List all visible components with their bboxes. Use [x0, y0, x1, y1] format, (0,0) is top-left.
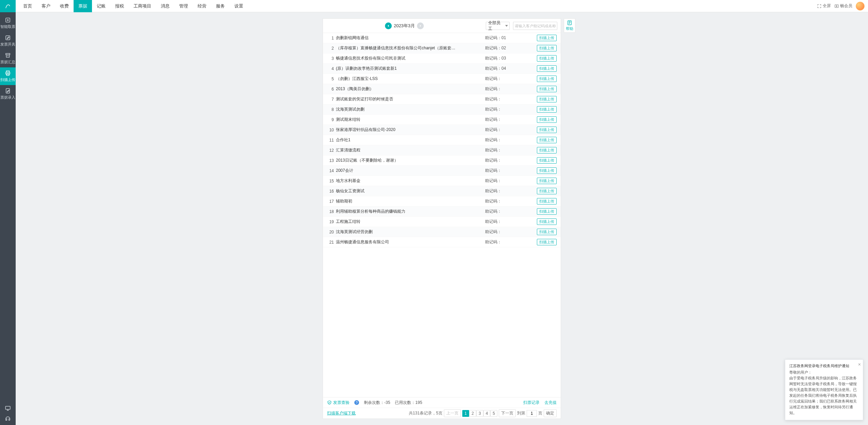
next-month-button[interactable]	[417, 22, 424, 29]
panel-footer: 发票查验 ? 剩余次数：-35 已用次数：195 扫票记录 去充值 扫描客户端下…	[323, 397, 561, 419]
download-client-link[interactable]: 扫描客户端下载	[327, 410, 356, 416]
pager-goto-suffix: 页	[538, 410, 542, 416]
row-name: 杨仙女工资测试	[336, 188, 485, 194]
scan-upload-button[interactable]: 扫描上传	[537, 208, 557, 215]
nav-item[interactable]: 首页	[18, 0, 37, 12]
table-row: 10张家港厚谊针织品有限公司-2020助记码：扫描上传	[323, 125, 561, 135]
scan-upload-button[interactable]: 扫描上传	[537, 55, 557, 62]
scan-upload-button[interactable]: 扫描上传	[537, 127, 557, 133]
row-code: 助记码：	[485, 209, 533, 214]
nav-item[interactable]: 工商项目	[129, 0, 156, 12]
scan-record-link[interactable]: 扫票记录	[523, 400, 540, 406]
nav-item[interactable]: 报税	[110, 0, 129, 12]
scan-upload-button[interactable]: 扫描上传	[537, 157, 557, 164]
sidebar-item[interactable]: 发票开具	[0, 32, 16, 50]
row-index: 20	[327, 230, 334, 234]
main-stage: 2023年3月 全部员工 1勿删新锐网络通信助记码：01扫描上传2（库存核算）直…	[16, 12, 868, 425]
invoice-check-button[interactable]: 发票查验	[327, 400, 350, 406]
avatar[interactable]	[856, 2, 865, 11]
sidebar-item[interactable]: 票据录入	[0, 85, 16, 103]
row-code: 助记码：	[485, 107, 533, 112]
row-code: 助记码：	[485, 239, 533, 245]
scan-upload-button[interactable]: 扫描上传	[537, 167, 557, 174]
row-index: 19	[327, 219, 334, 224]
scan-upload-button[interactable]: 扫描上传	[537, 45, 557, 51]
row-index: 14	[327, 168, 334, 173]
scan-upload-button[interactable]: 扫描上传	[537, 96, 557, 102]
row-code: 助记码：	[485, 147, 533, 153]
headset-icon[interactable]	[5, 415, 11, 422]
nav-item[interactable]: 票据	[74, 0, 92, 12]
sidebar-item[interactable]: 扫描上传	[0, 67, 16, 85]
table-row: 4(原）误删勿改李艳芬测试账套新1助记码：04扫描上传	[323, 64, 561, 74]
pager-goto-input[interactable]	[527, 410, 537, 417]
row-name: 畅捷通信息技术股份有限公司民非测试	[336, 55, 485, 61]
nav-item[interactable]: 收费	[55, 0, 74, 12]
nav-item[interactable]: 客户	[37, 0, 55, 12]
row-code: 助记码：	[485, 198, 533, 204]
member-button[interactable]: 畅会员	[834, 3, 852, 9]
recharge-link[interactable]: 去充值	[544, 400, 557, 406]
scan-upload-button[interactable]: 扫描上传	[537, 106, 557, 113]
fullscreen-icon	[817, 4, 822, 9]
table-row: 8沈海英测试勿删助记码：扫描上传	[323, 104, 561, 115]
scan-upload-button[interactable]: 扫描上传	[537, 229, 557, 235]
row-code: 助记码：	[485, 117, 533, 122]
row-index: 13	[327, 158, 334, 163]
pager-prev[interactable]: 上一页	[444, 409, 461, 417]
help-card[interactable]: 帮助	[564, 18, 575, 33]
row-index: 3	[327, 56, 334, 61]
scan-upload-button[interactable]: 扫描上传	[537, 86, 557, 92]
pager-confirm[interactable]: 确定	[544, 409, 557, 417]
row-index: 2	[327, 46, 334, 51]
pager-goto-prefix: 到第	[517, 410, 525, 416]
table-row: 21温州畅捷通信息服务有限公司助记码：扫描上传	[323, 237, 561, 247]
nav-item[interactable]: 记账	[92, 0, 110, 12]
scan-upload-button[interactable]: 扫描上传	[537, 76, 557, 82]
help-tip-icon[interactable]: ?	[354, 400, 359, 405]
monitor-icon[interactable]	[5, 405, 11, 411]
scan-upload-button[interactable]: 扫描上传	[537, 116, 557, 123]
nav-item[interactable]: 消息	[156, 0, 174, 12]
pager-page[interactable]: 5	[490, 410, 497, 417]
row-name: (原）误删勿改李艳芬测试账套新1	[336, 66, 485, 71]
scan-upload-button[interactable]: 扫描上传	[537, 137, 557, 143]
table-row: 19工程施工结转助记码：扫描上传	[323, 217, 561, 227]
row-name: 温州畅捷通信息服务有限公司	[336, 239, 485, 245]
customer-list[interactable]: 1勿删新锐网络通信助记码：01扫描上传2（库存核算）直播畅捷通信息技术股份有限公…	[323, 33, 561, 397]
used-stat: 已用次数：195	[395, 400, 422, 406]
row-code: 助记码：	[485, 96, 533, 102]
table-row: 62013（陶美芬勿删）助记码：扫描上传	[323, 84, 561, 94]
toast-close-button[interactable]: ×	[858, 361, 861, 369]
nav-item[interactable]: 经营	[193, 0, 211, 12]
scan-upload-button[interactable]: 扫描上传	[537, 35, 557, 41]
app-logo	[0, 0, 16, 12]
pager-page[interactable]: 1	[462, 410, 469, 417]
nav-item[interactable]: 设置	[230, 0, 248, 12]
pager-page[interactable]: 3	[476, 410, 483, 417]
toast-line1: 尊敬的用户：	[789, 370, 859, 375]
scan-upload-button[interactable]: 扫描上传	[537, 178, 557, 184]
nav-item[interactable]: 服务	[211, 0, 230, 12]
table-row: 9测试期末结转助记码：扫描上传	[323, 115, 561, 125]
nav-item[interactable]: 管理	[174, 0, 193, 12]
scan-upload-button[interactable]: 扫描上传	[537, 147, 557, 153]
fullscreen-button[interactable]: 全屏	[817, 3, 831, 9]
employee-select[interactable]: 全部员工	[486, 22, 510, 30]
pager-page[interactable]: 2	[469, 410, 476, 417]
help-icon	[567, 20, 572, 26]
scan-upload-button[interactable]: 扫描上传	[537, 188, 557, 194]
sidebar-item[interactable]: 票据汇总	[0, 50, 16, 67]
pager-next[interactable]: 下一页	[499, 409, 516, 417]
prev-month-button[interactable]	[385, 22, 392, 29]
pager-page[interactable]: 4	[483, 410, 491, 417]
row-code: 助记码：	[485, 229, 533, 235]
scan-upload-button[interactable]: 扫描上传	[537, 218, 557, 225]
search-input[interactable]	[513, 24, 563, 28]
row-name: 张家港厚谊针织品有限公司-2020	[336, 127, 485, 133]
scan-upload-button[interactable]: 扫描上传	[537, 239, 557, 245]
sidebar-item-label: 发票开具	[0, 42, 15, 46]
scan-upload-button[interactable]: 扫描上传	[537, 198, 557, 205]
sidebar-item[interactable]: 智能取票	[0, 14, 16, 32]
scan-upload-button[interactable]: 扫描上传	[537, 65, 557, 72]
